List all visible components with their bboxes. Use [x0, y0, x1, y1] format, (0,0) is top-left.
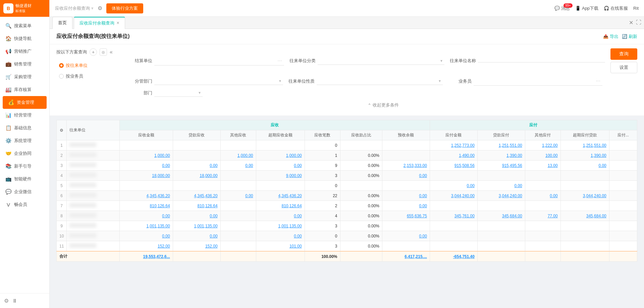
sidebar-item-finance[interactable]: 💰资金管理: [3, 96, 47, 109]
refresh-btn[interactable]: 🔄 刷新: [622, 34, 637, 40]
table-row: 21,000.00 1,000.001,000.0010.00% 1,490.0…: [57, 150, 637, 161]
enterprise-label: 企业协同: [14, 150, 32, 157]
table-row: 5 0 0.000.00: [57, 181, 637, 191]
dept-input[interactable]: ▾: [154, 89, 203, 97]
marketing-icon: 📢: [5, 48, 11, 54]
total-ap-amt[interactable]: -654,751.40: [430, 251, 477, 262]
table-row: 11152.00152.00 101.0030.00%: [57, 241, 637, 252]
settlement-unit-input[interactable]: ···: [154, 56, 284, 65]
sidebar-item-enterprise[interactable]: 🤝企业协同: [0, 147, 49, 160]
sidebar-item-sales[interactable]: 💼销售管理: [0, 58, 49, 71]
col-ar-overdue: 超期应收金额: [256, 130, 305, 140]
tab-ar-ap[interactable]: 应收应付余额查询 ✕: [74, 17, 125, 29]
sidebar-item-guide[interactable]: 📚新手引导: [0, 160, 49, 173]
table-row: 64,345,436.204,345,436.200.004,345,436.2…: [57, 191, 637, 201]
filter-top: 按以下方案查询 + ◎ «: [56, 48, 123, 56]
filter-add-btn[interactable]: +: [90, 48, 97, 56]
settings-footer-icon[interactable]: ⚙: [4, 298, 9, 304]
table-row: 1 0 1,252,773.001,251,551.001,222.001,25…: [57, 140, 637, 150]
total-ar-ratio: 100.00%: [305, 251, 340, 262]
sidebar-item-operation[interactable]: 📊经营管理: [0, 109, 49, 122]
tab-home[interactable]: 首页: [52, 17, 72, 29]
partner-nature-label: 往来单位性质: [288, 78, 315, 84]
wechat-icon: 💬: [5, 189, 11, 195]
sidebar-item-basic[interactable]: 📋基础信息: [0, 122, 49, 134]
partner-category-label: 往来单位分类: [289, 58, 316, 64]
branch-dept-input[interactable]: ▾: [154, 77, 283, 85]
filter-collapse-icon[interactable]: «: [110, 49, 113, 55]
collapse-footer-icon[interactable]: ⏸: [12, 298, 17, 304]
sidebar-item-system[interactable]: ⚙️系统管理: [0, 134, 49, 147]
partner-nature-chevron: ▾: [439, 79, 441, 83]
filter-row-1: 结算单位 ··· 往来单位分类 ▾ 往来单位: [129, 48, 637, 73]
settlement-dots-icon: ···: [277, 58, 282, 64]
sidebar-item-hardware[interactable]: 📺智能硬件: [0, 173, 49, 185]
filter-salesperson: 业务员 ···: [448, 77, 602, 86]
salesperson-label: 业务员: [448, 78, 472, 84]
salesperson-input[interactable]: ···: [474, 77, 602, 86]
scheme-by-unit[interactable]: 按往来单位: [56, 61, 123, 70]
sidebar-item-member[interactable]: V畅会员: [0, 198, 49, 211]
sidebar-nav: 🔍搜索菜单🏠快捷导航📢营销推广💼销售管理🛒采购管理🏭库存核算💰资金管理📊经营管理…: [0, 17, 49, 293]
total-label: 合计: [57, 251, 120, 262]
sidebar-item-marketing[interactable]: 📢营销推广: [0, 45, 49, 58]
warehouse-icon: 🏭: [5, 87, 11, 93]
tab-maximize-icon[interactable]: ⛶: [636, 19, 641, 26]
col-ar-ratio: 应收款占比: [340, 130, 382, 140]
setting-btn[interactable]: 设置: [610, 62, 637, 73]
tab-minimize-icon[interactable]: ✕: [629, 19, 633, 26]
table-row: 80.000.00 0.0040.00%655,636.75345,761.00…: [57, 211, 637, 221]
filter-scheme-btn[interactable]: ◎: [100, 48, 107, 56]
filter-row-2: 分管部门 ▾ 往来单位性质 ▾ 业务员: [129, 77, 637, 86]
scheme-by-staff[interactable]: 按业务员: [56, 72, 123, 81]
logo-icon: B: [3, 3, 13, 13]
marketing-label: 营销推广: [14, 48, 32, 54]
query-btn[interactable]: 查询: [610, 48, 637, 60]
collapse-more-btn[interactable]: ⌃ 收起更多条件: [362, 100, 404, 110]
tab-close-icon[interactable]: ✕: [116, 21, 119, 25]
tab-bar: 首页 应收应付余额查询 ✕ ✕ ⛶: [50, 17, 644, 29]
partner-name-label: 往来单位名称: [450, 58, 476, 64]
scheme-dot-empty: [59, 74, 64, 79]
system-label: 系统管理: [14, 138, 32, 144]
sidebar-item-purchase[interactable]: 🛒采购管理: [0, 71, 49, 83]
branch-dept-chevron: ▾: [279, 79, 281, 83]
filter-partner-nature: 往来单位性质 ▾: [288, 77, 443, 85]
table-receivable-group: 应收: [120, 120, 430, 130]
solution-btn[interactable]: 体验行业方案: [106, 3, 143, 13]
sidebar-item-warehouse[interactable]: 🏭库存核算: [0, 83, 49, 96]
table-gear-icon[interactable]: ⚙: [60, 128, 63, 133]
gear-icon[interactable]: ⚙: [98, 5, 102, 11]
filter-section: 按以下方案查询 + ◎ « 按往来单位 按业务员: [50, 44, 644, 116]
page-actions: 📤 导出 🔄 刷新: [603, 34, 637, 40]
col-ap-tail: 应付...: [609, 130, 637, 140]
total-prepay[interactable]: 6,417,215....: [382, 251, 430, 262]
partner-category-input[interactable]: ▾: [318, 57, 445, 65]
sidebar-item-search-menu[interactable]: 🔍搜索菜单: [0, 19, 49, 32]
total-ar-amt[interactable]: 19,553,472,6...: [120, 251, 173, 262]
filter-scheme-label: 按以下方案查询: [56, 49, 87, 55]
table-row: 30.000.000.000.0090.00%2,153,333.00915,5…: [57, 161, 637, 171]
partner-name-input[interactable]: [478, 59, 605, 62]
table-partner-header: 往来单位: [67, 120, 120, 140]
user-menu[interactable]: Rit: [633, 6, 639, 11]
service-btn[interactable]: 🎧 在线客服: [604, 5, 628, 11]
scheme-selector: 按往来单位 按业务员: [56, 60, 123, 82]
collapse-icon: ⌃: [368, 103, 371, 108]
filter-partner-name: 往来单位名称: [450, 58, 605, 64]
app-download-btn[interactable]: 📱 App下载: [575, 5, 598, 11]
message-btn[interactable]: 💬 消息 99+: [554, 5, 570, 11]
export-btn[interactable]: 📤 导出: [603, 34, 619, 40]
sidebar-item-quick-nav[interactable]: 🏠快捷导航: [0, 32, 49, 45]
sidebar-item-wechat[interactable]: 💬企业微信: [0, 185, 49, 198]
partner-nature-input[interactable]: ▾: [317, 77, 443, 85]
filter-row-3: 部门 ▾: [129, 89, 637, 97]
finance-icon: 💰: [8, 99, 14, 105]
app-icon: 📱: [575, 6, 581, 11]
member-label: 畅会员: [14, 202, 27, 208]
finance-label: 资金管理: [17, 99, 34, 105]
col-ap-overdue: 超期应付贷款: [560, 130, 609, 140]
table-row: 7810,126.64810,126.64 810,126.6420.00%0.…: [57, 201, 637, 211]
dept-chevron: ▾: [199, 90, 201, 95]
col-ap-amt: 应付金额: [430, 130, 477, 140]
